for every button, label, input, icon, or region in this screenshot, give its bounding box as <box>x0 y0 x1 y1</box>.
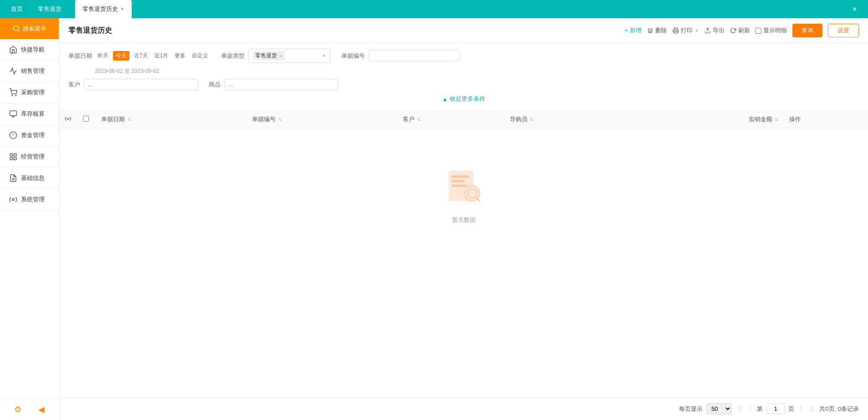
number-input[interactable] <box>369 50 460 61</box>
add-button[interactable]: + 新增 <box>625 26 642 35</box>
purchase-icon <box>9 88 17 97</box>
page-first-button[interactable]: ⟨⟨ <box>735 405 744 413</box>
sidebar-item-management[interactable]: 经营管理 <box>0 146 59 168</box>
collapse-up-icon: ▲ <box>442 96 448 102</box>
sidebar-item-purchase[interactable]: 采购管理 <box>0 82 59 103</box>
page-prev-button[interactable]: ⟨ <box>747 405 753 413</box>
table-check-header[interactable] <box>77 111 96 128</box>
filter-item-date: 单据日期 昨天 今天 近7天 近1月 更多 自定义 <box>68 51 210 61</box>
tab-retail-return[interactable]: 零售退货 × <box>31 0 75 18</box>
col-guide[interactable]: 导购员 ⇅ <box>504 111 633 128</box>
sidebar-toggle-button[interactable]: ◀ <box>38 405 45 415</box>
sidebar-item-purchase-label: 采购管理 <box>21 88 45 97</box>
delete-button[interactable]: 删除 <box>647 26 667 35</box>
svg-rect-10 <box>10 154 12 156</box>
date-btn-more[interactable]: 更多 <box>173 51 187 61</box>
customer-input[interactable] <box>84 79 198 90</box>
data-table: 单据日期 ⇅ 单据编号 ⇅ 客户 ⇅ 导购员 ⇅ <box>59 111 868 261</box>
sidebar-bottom: ⚙ ◀ <box>0 399 59 420</box>
page-number-input[interactable] <box>766 404 785 414</box>
tab-retail-return-close[interactable]: × <box>64 6 67 12</box>
export-button[interactable]: 导出 <box>704 26 724 35</box>
filter-row-1: 单据日期 昨天 今天 近7天 近1月 更多 自定义 单据类型 <box>68 49 859 63</box>
show-detail-checkbox[interactable] <box>755 28 761 34</box>
svg-rect-21 <box>452 175 469 178</box>
query-button[interactable]: 查询 <box>792 24 822 37</box>
content-area: 零售退货历史 + 新增 删除 打印 ▼ <box>59 18 868 420</box>
top-bar-right: × <box>848 5 868 14</box>
number-sort-icon: ⇅ <box>278 117 282 122</box>
inventory-icon <box>9 110 17 118</box>
sidebar-item-inventory[interactable]: 库存核算 <box>0 103 59 125</box>
empty-state-icon <box>441 165 487 210</box>
svg-rect-17 <box>674 31 678 33</box>
collapse-label: 收起更多条件 <box>450 95 485 103</box>
svg-point-16 <box>12 199 15 201</box>
col-number[interactable]: 单据编号 ⇅ <box>247 111 397 128</box>
type-tag-close[interactable]: × <box>279 53 282 59</box>
main-layout: 搜索菜单 快捷导航 销售管理 采购管理 库存核算 <box>0 18 868 420</box>
col-action: 操作 <box>784 111 868 128</box>
date-btn-custom[interactable]: 自定义 <box>190 51 210 61</box>
sidebar-item-basic-info-label: 基础信息 <box>21 174 45 182</box>
window-close-button[interactable]: × <box>848 5 861 14</box>
date-btn-today[interactable]: 今天 <box>113 51 129 61</box>
svg-rect-11 <box>14 154 16 156</box>
sidebar-item-finance[interactable]: 资金管理 <box>0 125 59 146</box>
type-select-chevron: ▼ <box>322 53 326 58</box>
sidebar-item-finance-label: 资金管理 <box>21 131 45 139</box>
sidebar-item-quick-nav[interactable]: 快捷导航 <box>0 39 59 61</box>
svg-point-19 <box>67 118 69 120</box>
tab-retail-return-label: 零售退货 <box>38 5 62 13</box>
date-btn-1month[interactable]: 近1月 <box>153 51 170 61</box>
type-select[interactable]: 零售退货 × ▼ <box>248 49 330 63</box>
customer-sort-icon: ⇅ <box>417 117 421 122</box>
date-sort-icon: ⇅ <box>128 117 131 122</box>
date-range-display: 2023-06-02 至 2023-06-02 <box>95 68 159 74</box>
setting-button[interactable]: 设置 <box>828 24 859 37</box>
collapse-button[interactable]: ▲ 收起更多条件 <box>442 95 485 103</box>
goods-input[interactable] <box>224 79 338 90</box>
header-actions: + 新增 删除 打印 ▼ <box>625 24 859 43</box>
sales-icon <box>9 67 17 75</box>
sidebar-item-management-label: 经营管理 <box>21 153 45 161</box>
svg-line-1 <box>18 30 19 31</box>
tab-retail-return-history[interactable]: 零售退货历史 × <box>75 0 132 18</box>
sidebar-item-quick-nav-label: 快捷导航 <box>21 46 45 54</box>
type-filter-label: 单据类型 <box>221 52 245 60</box>
print-icon <box>673 27 679 34</box>
empty-text: 暂无数据 <box>452 216 476 224</box>
sidebar-settings-button[interactable]: ⚙ <box>14 405 21 415</box>
settings-icon <box>65 116 71 122</box>
select-all-checkbox[interactable] <box>83 116 89 122</box>
svg-rect-23 <box>452 184 467 187</box>
date-btn-yesterday[interactable]: 昨天 <box>96 51 110 61</box>
sidebar-item-basic-info[interactable]: 基础信息 <box>0 168 59 189</box>
page-unit: 页 <box>788 405 794 413</box>
sidebar-item-inventory-label: 库存核算 <box>21 110 45 118</box>
system-icon <box>9 195 17 204</box>
tab-retail-return-history-close[interactable]: × <box>121 6 124 12</box>
sidebar-item-system[interactable]: 系统管理 <box>0 189 59 210</box>
print-button[interactable]: 打印 ▼ <box>673 26 699 35</box>
page-header: 零售退货历史 + 新增 删除 打印 ▼ <box>59 18 868 43</box>
col-customer[interactable]: 客户 ⇅ <box>397 111 504 128</box>
page-next-button[interactable]: ⟩ <box>798 405 804 413</box>
type-tag: 零售退货 × <box>252 51 284 61</box>
sidebar-item-sales[interactable]: 销售管理 <box>0 61 59 82</box>
sidebar-search[interactable]: 搜索菜单 <box>0 18 59 39</box>
number-filter-label: 单据编号 <box>341 52 365 60</box>
svg-rect-4 <box>10 111 17 116</box>
col-date[interactable]: 单据日期 ⇅ <box>96 111 247 128</box>
col-amount[interactable]: 实销金额 ⇅ <box>633 111 784 128</box>
table-settings-header[interactable] <box>59 111 77 128</box>
tab-retail-return-history-label: 零售退货历史 <box>82 5 118 13</box>
per-page-select[interactable]: 10 20 50 100 <box>706 403 732 415</box>
refresh-button[interactable]: 刷新 <box>730 26 750 35</box>
search-icon <box>13 25 20 32</box>
empty-state: 暂无数据 <box>59 128 868 261</box>
date-btn-7days[interactable]: 近7天 <box>132 51 150 61</box>
page-last-button[interactable]: ⟩⟩ <box>807 405 816 413</box>
tab-home[interactable]: 首页 <box>4 0 31 18</box>
svg-rect-12 <box>14 158 16 160</box>
